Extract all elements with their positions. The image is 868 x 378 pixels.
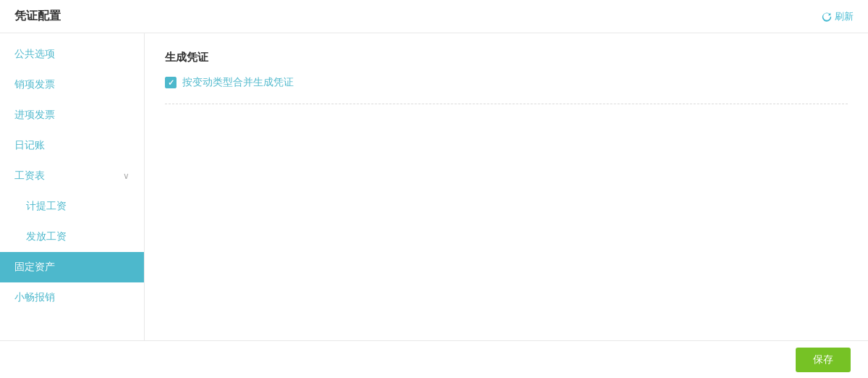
sidebar-item-payroll[interactable]: 工资表∨	[0, 161, 144, 191]
refresh-label: 刷新	[835, 10, 854, 23]
sidebar-item-label: 计提工资	[26, 200, 67, 213]
merge-by-type-checkbox[interactable]	[165, 77, 176, 88]
sidebar-item-purchase-invoice[interactable]: 进项发票	[0, 100, 144, 130]
sidebar-item-label: 销项发票	[14, 78, 55, 91]
sidebar: 公共选项销项发票进项发票日记账工资表∨计提工资发放工资固定资产小畅报销	[0, 33, 145, 340]
sidebar-item-sales-invoice[interactable]: 销项发票	[0, 70, 144, 100]
section-divider	[165, 104, 848, 104]
page-title: 凭证配置	[14, 9, 61, 24]
footer: 保存	[0, 340, 868, 378]
sidebar-item-label: 工资表	[14, 169, 45, 182]
header: 凭证配置 刷新	[0, 0, 868, 33]
sidebar-item-journal[interactable]: 日记账	[0, 130, 144, 161]
chevron-down-icon: ∨	[123, 171, 129, 181]
checkbox-row: 按变动类型合并生成凭证	[165, 76, 848, 89]
sidebar-item-label: 公共选项	[14, 48, 55, 61]
sidebar-item-fixed-assets[interactable]: 固定资产	[0, 252, 144, 282]
refresh-icon	[822, 12, 832, 22]
save-button[interactable]: 保存	[796, 348, 851, 372]
sidebar-item-payroll-pay[interactable]: 发放工资	[0, 222, 144, 252]
content-area: 生成凭证 按变动类型合并生成凭证	[145, 33, 868, 340]
sidebar-item-label: 固定资产	[14, 261, 55, 274]
sidebar-item-label: 小畅报销	[14, 291, 55, 304]
sidebar-item-payroll-calc[interactable]: 计提工资	[0, 191, 144, 222]
main-container: 公共选项销项发票进项发票日记账工资表∨计提工资发放工资固定资产小畅报销 生成凭证…	[0, 33, 868, 340]
sidebar-item-label: 日记账	[14, 139, 45, 152]
sidebar-item-expense[interactable]: 小畅报销	[0, 282, 144, 313]
sidebar-item-label: 发放工资	[26, 230, 67, 243]
sidebar-item-label: 进项发票	[14, 109, 55, 122]
sidebar-item-public[interactable]: 公共选项	[0, 39, 144, 70]
refresh-button[interactable]: 刷新	[822, 10, 854, 23]
merge-by-type-label[interactable]: 按变动类型合并生成凭证	[182, 76, 294, 89]
section-title: 生成凭证	[165, 51, 848, 64]
